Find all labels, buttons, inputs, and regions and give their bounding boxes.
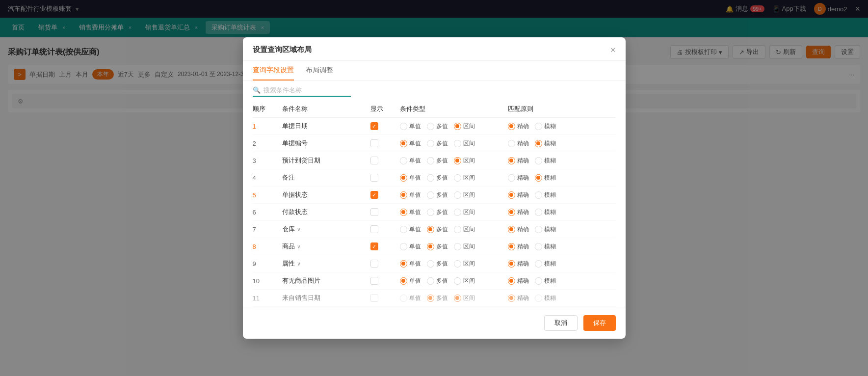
display-checkbox[interactable] [370,122,378,130]
match-fuzzy-radio[interactable]: 模糊 [535,277,556,285]
display-checkbox[interactable] [370,191,378,199]
cell-display[interactable] [370,122,400,130]
radio-icon [400,123,407,130]
type-multi-radio[interactable]: 多值 [427,157,448,165]
type-single-radio[interactable]: 单值 [400,260,421,268]
type-multi-radio[interactable]: 多值 [427,277,448,285]
match-fuzzy-radio[interactable]: 模糊 [535,242,556,251]
cell-display[interactable] [370,242,400,250]
type-single-radio[interactable]: 单值 [400,139,421,148]
type-multi-radio[interactable]: 多值 [427,208,448,216]
cell-display[interactable] [370,139,400,147]
match-exact-radio[interactable]: 精确 [508,225,529,234]
tab-layout[interactable]: 布局调整 [306,61,333,81]
type-single-radio[interactable]: 单值 [400,225,421,234]
type-multi-radio[interactable]: 多值 [427,260,448,268]
match-exact-radio[interactable]: 精确 [508,260,529,268]
type-range-radio[interactable]: 区间 [454,174,475,182]
display-checkbox[interactable] [370,242,378,250]
type-single-radio[interactable]: 单值 [400,277,421,285]
type-multi-radio[interactable]: 多值 [427,139,448,148]
match-exact-radio[interactable]: 精确 [508,157,529,165]
match-exact-radio[interactable]: 精确 [508,174,529,182]
cell-display[interactable] [370,208,400,216]
expand-icon[interactable]: ∨ [297,243,301,250]
match-fuzzy-radio[interactable]: 模糊 [535,208,556,216]
radio-icon [508,260,515,268]
type-multi-radio[interactable]: 多值 [427,294,448,302]
cell-type: 单值 多值 区间 [400,277,508,285]
radio-icon [535,260,542,268]
cell-name: 备注 [282,173,370,182]
tab-query-fields[interactable]: 查询字段设置 [253,61,294,81]
type-range-radio[interactable]: 区间 [454,208,475,216]
type-multi-radio[interactable]: 多值 [427,191,448,199]
type-single-radio[interactable]: 单值 [400,208,421,216]
cell-display[interactable] [370,174,400,182]
type-range-radio[interactable]: 区间 [454,242,475,251]
match-exact-radio[interactable]: 精确 [508,277,529,285]
display-checkbox[interactable] [370,294,378,302]
type-range-radio[interactable]: 区间 [454,225,475,234]
type-range-radio[interactable]: 区间 [454,157,475,165]
radio-icon [427,191,434,199]
match-exact-radio[interactable]: 精确 [508,242,529,251]
cell-display[interactable] [370,294,400,302]
save-button[interactable]: 保存 [583,315,616,331]
match-fuzzy-radio[interactable]: 模糊 [535,139,556,148]
type-range-radio[interactable]: 区间 [454,277,475,285]
match-fuzzy-radio[interactable]: 模糊 [535,174,556,182]
type-range-radio[interactable]: 区间 [454,294,475,302]
expand-icon[interactable]: ∨ [297,261,301,267]
type-range-radio[interactable]: 区间 [454,139,475,148]
type-single-radio[interactable]: 单值 [400,122,421,131]
display-checkbox[interactable] [370,225,378,233]
display-checkbox[interactable] [370,174,378,182]
match-exact-radio[interactable]: 精确 [508,294,529,302]
match-exact-radio[interactable]: 精确 [508,122,529,131]
radio-icon [508,174,515,182]
cell-display[interactable] [370,157,400,164]
type-range-radio[interactable]: 区间 [454,122,475,131]
type-multi-radio[interactable]: 多值 [427,242,448,251]
display-checkbox[interactable] [370,157,378,164]
match-fuzzy-radio[interactable]: 模糊 [535,260,556,268]
match-exact-radio[interactable]: 精确 [508,208,529,216]
expand-icon[interactable]: ∨ [297,226,301,233]
display-checkbox[interactable] [370,260,378,268]
match-fuzzy-radio[interactable]: 模糊 [535,122,556,131]
cancel-button[interactable]: 取消 [544,315,578,331]
type-single-radio[interactable]: 单值 [400,157,421,165]
cell-display[interactable] [370,277,400,285]
match-exact-radio[interactable]: 精确 [508,139,529,148]
dialog-close-button[interactable]: × [610,46,616,54]
display-checkbox[interactable] [370,277,378,285]
type-single-radio[interactable]: 单值 [400,191,421,199]
match-fuzzy-radio[interactable]: 模糊 [535,191,556,199]
radio-icon [535,277,542,285]
cell-order: 1 [253,123,282,130]
table-row: 7 仓库 ∨ 单值 多值 [253,221,616,238]
radio-icon [508,209,515,216]
type-multi-radio[interactable]: 多值 [427,122,448,131]
type-single-radio[interactable]: 单值 [400,242,421,251]
match-fuzzy-radio[interactable]: 模糊 [535,157,556,165]
match-exact-radio[interactable]: 精确 [508,191,529,199]
type-multi-radio[interactable]: 多值 [427,225,448,234]
match-radio-group: 精确 模糊 [508,191,556,199]
cell-match: 精确 模糊 [508,294,616,302]
cell-display[interactable] [370,225,400,233]
cell-display[interactable] [370,260,400,268]
match-fuzzy-radio[interactable]: 模糊 [535,225,556,234]
display-checkbox[interactable] [370,139,378,147]
type-single-radio[interactable]: 单值 [400,174,421,182]
condition-search-input[interactable] [263,86,342,94]
cell-name: 有无商品图片 [282,276,370,285]
display-checkbox[interactable] [370,208,378,216]
type-single-radio[interactable]: 单值 [400,294,421,302]
cell-display[interactable] [370,191,400,199]
type-range-radio[interactable]: 区间 [454,260,475,268]
type-multi-radio[interactable]: 多值 [427,174,448,182]
type-range-radio[interactable]: 区间 [454,191,475,199]
match-fuzzy-radio[interactable]: 模糊 [535,294,556,302]
